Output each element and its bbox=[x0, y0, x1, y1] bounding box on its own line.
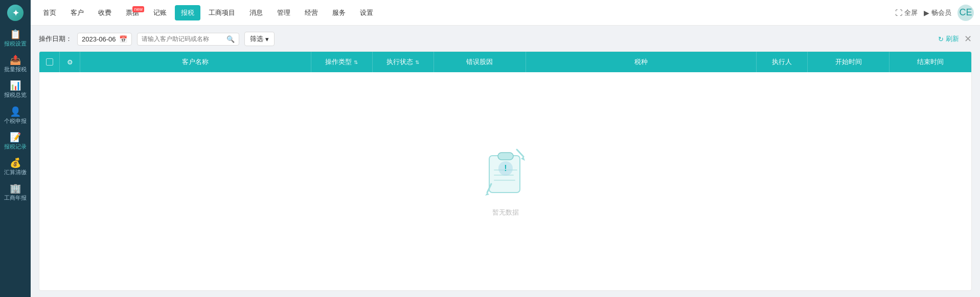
date-label: 操作日期： bbox=[39, 34, 72, 44]
piliang-baoshui-label: 批量报税 bbox=[4, 66, 27, 73]
th-checkbox[interactable] bbox=[39, 52, 60, 72]
search-box[interactable]: 🔍 bbox=[137, 33, 239, 46]
member-btn[interactable]: ▶ 畅会员 bbox=[924, 8, 951, 17]
geshui-shenbao-icon: 👤 bbox=[10, 107, 21, 116]
fullscreen-btn[interactable]: ⛶ 全屏 bbox=[895, 8, 918, 17]
table-header: ⚙ 客户名称 操作类型 ⇅ 执行状态 ⇅ 错误股因 税种 bbox=[39, 52, 971, 72]
th-starttime: 开始时间 bbox=[808, 52, 890, 72]
sidebar-item-geshui-shenbao[interactable]: 👤 个税申报 bbox=[0, 103, 31, 129]
sidebar-item-baoshui-zonglang[interactable]: 📊 报税总览 bbox=[0, 77, 31, 102]
chevron-down-icon: ▾ bbox=[265, 35, 269, 43]
gongshang-nianbao-label: 工商年报 bbox=[4, 195, 27, 201]
toolbar: 操作日期： 2023-06-06 📅 🔍 筛选 ▾ ↻ 刷新 ✕ bbox=[39, 32, 972, 46]
empty-text: 暂无数据 bbox=[492, 208, 519, 217]
baoshui-jilu-label: 报税记录 bbox=[4, 143, 27, 150]
baoshui-zonglang-icon: 📊 bbox=[10, 81, 21, 90]
th-executor: 执行人 bbox=[757, 52, 808, 72]
refresh-icon: ↻ bbox=[938, 35, 944, 43]
endtime-label: 结束时间 bbox=[917, 57, 944, 67]
filter-label: 筛选 bbox=[250, 34, 263, 44]
optype-sort-icon: ⇅ bbox=[354, 59, 358, 65]
nav-gongshang-xiangmu[interactable]: 工商项目 bbox=[202, 5, 241, 20]
svg-marker-10 bbox=[485, 193, 489, 196]
th-tax: 税种 bbox=[526, 52, 757, 72]
sidebar-item-baoshui-jilu[interactable]: 📝 报税记录 bbox=[0, 129, 31, 154]
content: 操作日期： 2023-06-06 📅 🔍 筛选 ▾ ↻ 刷新 ✕ bbox=[31, 26, 980, 297]
baoshui-shezhi-label: 报税设置 bbox=[4, 40, 27, 47]
geshui-shenbao-label: 个税申报 bbox=[4, 118, 27, 124]
nav-piaoju[interactable]: 票据 new bbox=[120, 5, 145, 20]
nav-shoufei[interactable]: 收费 bbox=[92, 5, 118, 20]
refresh-button[interactable]: ↻ 刷新 bbox=[938, 34, 959, 44]
svg-marker-1 bbox=[521, 157, 525, 161]
svg-rect-3 bbox=[498, 153, 513, 160]
nav-shoye[interactable]: 首页 bbox=[37, 5, 62, 20]
sidebar: ✦ 📋 报税设置 📤 批量报税 📊 报税总览 👤 个税申报 📝 报税记录 💰 汇… bbox=[0, 0, 31, 297]
table-container: ⚙ 客户名称 操作类型 ⇅ 执行状态 ⇅ 错误股因 税种 bbox=[39, 51, 972, 291]
nav-jizhang[interactable]: 记账 bbox=[147, 5, 173, 20]
huisuan-jiaona-label: 汇算清缴 bbox=[4, 169, 27, 176]
piliang-baoshui-icon: 📤 bbox=[10, 55, 21, 65]
empty-illustration: ! bbox=[480, 145, 531, 202]
close-button[interactable]: ✕ bbox=[964, 34, 972, 44]
nav-jingying[interactable]: 经营 bbox=[299, 5, 324, 20]
baoshui-shezhi-icon: 📋 bbox=[10, 30, 21, 39]
th-endtime: 结束时间 bbox=[890, 52, 971, 72]
nav-xiaoxi[interactable]: 消息 bbox=[243, 5, 269, 20]
sidebar-item-huisuan-jiaona[interactable]: 💰 汇算清缴 bbox=[0, 154, 31, 180]
tax-label: 税种 bbox=[634, 57, 648, 67]
topnav: 首页 客户 收费 票据 new 记账 报税 工商项目 消息 管理 经营 服务 设… bbox=[31, 0, 980, 26]
th-optype[interactable]: 操作类型 ⇅ bbox=[311, 52, 373, 72]
baoshui-zonglang-label: 报税总览 bbox=[4, 92, 27, 98]
logo-icon: ✦ bbox=[7, 5, 24, 21]
th-status[interactable]: 执行状态 ⇅ bbox=[373, 52, 434, 72]
settings-icon: ⚙ bbox=[67, 58, 73, 66]
new-badge: new bbox=[132, 6, 144, 13]
customer-label: 客户名称 bbox=[182, 57, 209, 67]
date-value: 2023-06-06 bbox=[82, 35, 116, 43]
nav-kehu[interactable]: 客户 bbox=[64, 5, 90, 20]
th-settings[interactable]: ⚙ bbox=[60, 52, 80, 72]
search-input[interactable] bbox=[142, 35, 224, 43]
baoshui-jilu-icon: 📝 bbox=[10, 133, 21, 142]
status-label: 执行状态 bbox=[386, 57, 413, 67]
date-input[interactable]: 2023-06-06 📅 bbox=[77, 33, 132, 46]
nav-guanli[interactable]: 管理 bbox=[271, 5, 297, 20]
status-sort-icon: ⇅ bbox=[415, 59, 419, 65]
empty-state: ! 暂无数据 bbox=[39, 72, 971, 290]
executor-label: 执行人 bbox=[772, 57, 792, 67]
refresh-label: 刷新 bbox=[946, 34, 959, 44]
optype-label: 操作类型 bbox=[325, 57, 352, 67]
calendar-icon: 📅 bbox=[119, 35, 127, 43]
video-icon: ▶ bbox=[924, 9, 929, 17]
nav-fuwu[interactable]: 服务 bbox=[326, 5, 352, 20]
svg-text:!: ! bbox=[504, 164, 507, 173]
table-body: ! 暂无数据 bbox=[39, 72, 971, 290]
th-customer: 客户名称 bbox=[80, 52, 311, 72]
starttime-label: 开始时间 bbox=[835, 57, 862, 67]
topnav-items: 首页 客户 收费 票据 new 记账 报税 工商项目 消息 管理 经营 服务 设… bbox=[37, 5, 895, 20]
fullscreen-icon: ⛶ bbox=[895, 9, 902, 17]
member-label: 畅会员 bbox=[931, 8, 951, 17]
filter-button[interactable]: 筛选 ▾ bbox=[244, 32, 275, 46]
nav-baoshui[interactable]: 报税 bbox=[175, 5, 200, 20]
sidebar-logo: ✦ bbox=[0, 0, 31, 26]
error-label: 错误股因 bbox=[466, 57, 493, 67]
select-all-checkbox[interactable] bbox=[46, 58, 53, 66]
main-area: 首页 客户 收费 票据 new 记账 报税 工商项目 消息 管理 经营 服务 设… bbox=[31, 0, 980, 297]
nav-shezhi[interactable]: 设置 bbox=[354, 5, 379, 20]
topnav-right: ⛶ 全屏 ▶ 畅会员 CE bbox=[895, 5, 974, 21]
search-icon[interactable]: 🔍 bbox=[226, 35, 235, 43]
sidebar-item-gongshang-nianbao[interactable]: 🏢 工商年报 bbox=[0, 180, 31, 205]
sidebar-item-baoshui-shezhi[interactable]: 📋 报税设置 bbox=[0, 26, 31, 51]
th-error: 错误股因 bbox=[434, 52, 526, 72]
user-avatar[interactable]: CE bbox=[958, 5, 974, 21]
sidebar-item-piliang-baoshui[interactable]: 📤 批量报税 bbox=[0, 51, 31, 77]
gongshang-nianbao-icon: 🏢 bbox=[10, 184, 21, 193]
fullscreen-label: 全屏 bbox=[904, 8, 918, 17]
huisuan-jiaona-icon: 💰 bbox=[10, 158, 21, 167]
